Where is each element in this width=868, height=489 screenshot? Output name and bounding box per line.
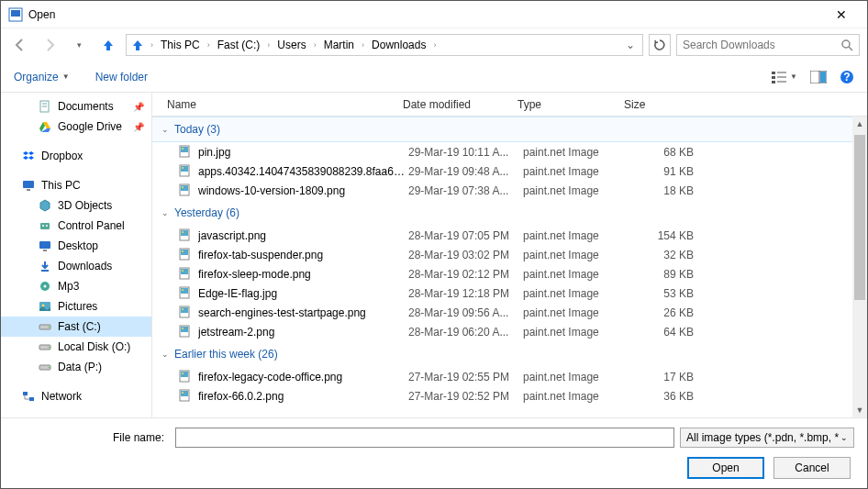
svg-rect-24 bbox=[43, 250, 47, 251]
sidebar-item-mp3[interactable]: Mp3 bbox=[1, 276, 151, 296]
svg-rect-56 bbox=[181, 269, 188, 274]
svg-point-31 bbox=[48, 327, 50, 328]
breadcrumb-item[interactable]: Downloads bbox=[368, 37, 429, 53]
cube-icon bbox=[38, 198, 52, 213]
refresh-button[interactable] bbox=[649, 34, 671, 56]
column-type[interactable]: Type bbox=[517, 98, 624, 111]
svg-point-48 bbox=[182, 186, 184, 188]
breadcrumb-dropdown-icon[interactable]: ⌄ bbox=[622, 39, 639, 51]
search-input[interactable] bbox=[676, 34, 860, 56]
column-size[interactable]: Size bbox=[624, 98, 697, 111]
sidebar-item-google-drive[interactable]: Google Drive 📌 bbox=[1, 117, 151, 137]
view-options-button[interactable]: ▼ bbox=[772, 71, 797, 83]
window-title: Open bbox=[28, 8, 823, 21]
breadcrumb[interactable]: › This PC› Fast (C:)› Users› Martin› Dow… bbox=[126, 34, 643, 56]
up-button[interactable] bbox=[96, 33, 120, 57]
svg-rect-20 bbox=[40, 223, 50, 229]
breadcrumb-item[interactable]: Martin bbox=[320, 37, 358, 53]
sidebar-item-fast-c-[interactable]: Fast (C:) bbox=[1, 317, 151, 337]
gdrive-icon bbox=[38, 119, 52, 134]
file-row[interactable]: firefox-tab-suspender.png28-Mar-19 03:02… bbox=[152, 245, 867, 264]
svg-point-2 bbox=[842, 40, 850, 48]
column-headers[interactable]: Name Date modified Type Size bbox=[152, 93, 867, 117]
file-row[interactable]: firefox-legacy-code-office.png27-Mar-19 … bbox=[152, 367, 867, 386]
sidebar-item-data-p-[interactable]: Data (P:) bbox=[1, 357, 151, 377]
sidebar-item-documents[interactable]: Documents 📌 bbox=[1, 96, 151, 117]
sidebar-item-this-pc[interactable]: This PC bbox=[1, 175, 151, 195]
filename-label: File name: bbox=[14, 431, 170, 444]
svg-rect-47 bbox=[181, 185, 188, 191]
sidebar-item-local-disk-o-[interactable]: Local Disk (O:) bbox=[1, 337, 151, 357]
filetype-dropdown[interactable]: All image types (*.pdn, *.bmp, * ⌄ bbox=[680, 428, 854, 448]
file-row[interactable]: jetstream-2.png28-Mar-19 06:20 A...paint… bbox=[152, 322, 867, 341]
sidebar-item-pictures[interactable]: Pictures bbox=[1, 296, 151, 317]
svg-rect-41 bbox=[181, 147, 188, 152]
svg-point-72 bbox=[182, 392, 184, 394]
filename-input[interactable] bbox=[175, 428, 674, 448]
scroll-thumb[interactable] bbox=[854, 135, 865, 300]
svg-rect-1 bbox=[11, 10, 20, 17]
svg-rect-12 bbox=[820, 72, 826, 83]
svg-point-21 bbox=[42, 225, 44, 227]
forward-button[interactable] bbox=[38, 33, 61, 57]
pin-icon: 📌 bbox=[133, 122, 144, 132]
drive-icon bbox=[38, 319, 52, 334]
sidebar-item-downloads[interactable]: Downloads bbox=[1, 256, 151, 276]
new-folder-button[interactable]: New folder bbox=[95, 71, 148, 83]
open-button[interactable]: Open bbox=[687, 457, 764, 479]
preview-pane-button[interactable] bbox=[810, 71, 827, 83]
image-file-icon bbox=[178, 248, 193, 262]
sidebar-item-network[interactable]: Network bbox=[1, 386, 151, 406]
sidebar-item-control-panel[interactable]: Control Panel bbox=[1, 216, 151, 236]
file-list: ⌄Today (3)pin.jpg29-Mar-19 10:11 A...pai… bbox=[152, 117, 867, 417]
scroll-down-icon[interactable]: ▼ bbox=[852, 403, 867, 417]
sidebar-item-desktop[interactable]: Desktop bbox=[1, 236, 151, 256]
group-header[interactable]: ⌄Earlier this week (26) bbox=[152, 341, 867, 367]
scrollbar[interactable]: ▲ ▼ bbox=[852, 117, 867, 417]
svg-rect-59 bbox=[181, 288, 188, 294]
folder-icon bbox=[130, 38, 145, 52]
file-row[interactable]: firefox-66.0.2.png27-Mar-19 02:52 PMpain… bbox=[152, 386, 867, 406]
scroll-up-icon[interactable]: ▲ bbox=[852, 117, 867, 131]
file-row[interactable]: apps.40342.14047435839088239.8faa635f-..… bbox=[152, 161, 867, 181]
svg-point-66 bbox=[182, 328, 184, 329]
sidebar-item-dropbox[interactable]: Dropbox bbox=[1, 146, 151, 166]
image-file-icon bbox=[178, 228, 193, 243]
column-date[interactable]: Date modified bbox=[403, 98, 517, 111]
file-row[interactable]: pin.jpg29-Mar-19 10:11 A...paint.net Ima… bbox=[152, 142, 867, 161]
help-icon[interactable]: ? bbox=[840, 70, 854, 84]
cancel-button[interactable]: Cancel bbox=[773, 457, 851, 479]
search-icon[interactable] bbox=[840, 39, 853, 51]
image-file-icon bbox=[178, 389, 193, 404]
svg-point-54 bbox=[182, 250, 184, 252]
group-header[interactable]: ⌄Yesterday (6) bbox=[152, 200, 867, 226]
svg-point-57 bbox=[182, 270, 184, 272]
svg-point-60 bbox=[182, 289, 184, 291]
chevron-down-icon: ⌄ bbox=[840, 433, 848, 442]
svg-rect-5 bbox=[772, 76, 775, 79]
breadcrumb-item[interactable]: Users bbox=[273, 37, 309, 53]
search-field[interactable] bbox=[683, 39, 840, 51]
svg-rect-50 bbox=[181, 230, 188, 236]
svg-rect-71 bbox=[181, 391, 188, 396]
file-row[interactable]: firefox-sleep-mode.png28-Mar-19 02:12 PM… bbox=[152, 264, 867, 283]
file-row[interactable]: javascript.png28-Mar-19 07:05 PMpaint.ne… bbox=[152, 226, 867, 245]
svg-point-27 bbox=[44, 285, 47, 288]
back-button[interactable] bbox=[8, 33, 32, 57]
column-name[interactable]: Name bbox=[167, 98, 403, 111]
close-icon[interactable]: ✕ bbox=[823, 7, 860, 22]
svg-rect-19 bbox=[27, 189, 30, 191]
sidebar: Documents 📌 Google Drive 📌 Dropbox This … bbox=[1, 93, 152, 417]
file-row[interactable]: search-engines-test-startpage.png28-Mar-… bbox=[152, 303, 867, 322]
svg-rect-23 bbox=[39, 241, 50, 249]
file-row[interactable]: windows-10-version-1809.png29-Mar-19 07:… bbox=[152, 181, 867, 200]
group-header[interactable]: ⌄Today (3) bbox=[152, 117, 867, 142]
recent-dropdown-icon[interactable]: ▾ bbox=[67, 33, 91, 57]
breadcrumb-item[interactable]: Fast (C:) bbox=[214, 37, 264, 53]
file-row[interactable]: Edge-IE-flag.jpg28-Mar-19 12:18 PMpaint.… bbox=[152, 283, 867, 303]
sidebar-item-3d-objects[interactable]: 3D Objects bbox=[1, 195, 151, 216]
breadcrumb-item[interactable]: This PC bbox=[157, 37, 204, 53]
image-file-icon bbox=[178, 286, 193, 301]
image-file-icon bbox=[178, 183, 193, 198]
organize-button[interactable]: Organize ▼ bbox=[14, 71, 70, 83]
